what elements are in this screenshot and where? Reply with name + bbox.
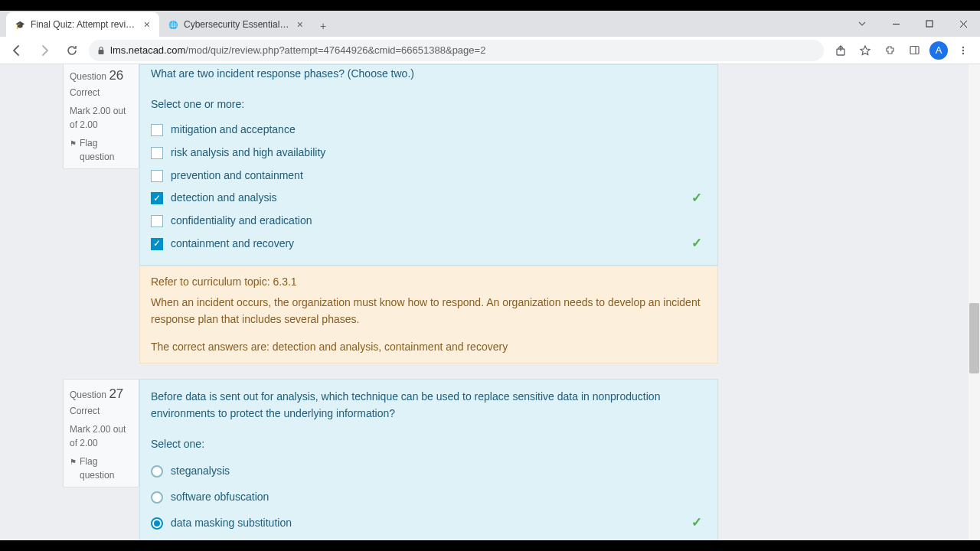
option-label: steganalysis	[171, 463, 230, 480]
page-content: Question 26 Correct Mark 2.00 out of 2.0…	[0, 64, 980, 540]
checkbox[interactable]	[151, 124, 163, 136]
svg-point-8	[962, 46, 964, 47]
menu-icon[interactable]	[952, 40, 974, 61]
question-info-panel: Question 27 Correct Mark 2.00 out of 2.0…	[63, 379, 139, 487]
extensions-icon[interactable]	[879, 40, 900, 61]
checkbox[interactable]	[151, 170, 163, 182]
answer-option: steganography	[151, 536, 707, 540]
flag-question-link[interactable]: ⚑ Flag question	[70, 455, 132, 482]
question-info-panel: Question 26 Correct Mark 2.00 out of 2.0…	[63, 64, 139, 169]
question-prompt: Before data is sent out for analysis, wh…	[151, 389, 707, 422]
question-formulation: What are two incident response phases? (…	[139, 64, 718, 266]
answer-option: confidentiality and eradication	[151, 210, 707, 233]
answer-option: prevention and containment	[151, 165, 707, 187]
question-27: Question 27 Correct Mark 2.00 out of 2.0…	[63, 379, 718, 540]
tab-title: Final Quiz: Attempt review (page	[31, 19, 138, 30]
question-mark: Mark 2.00 out of 2.00	[70, 422, 132, 450]
close-tab-icon[interactable]: ×	[296, 18, 305, 31]
option-label: detection and analysis	[171, 190, 277, 207]
correct-check-icon: ✓	[691, 513, 702, 533]
share-icon[interactable]	[830, 40, 851, 61]
radio-button[interactable]	[151, 491, 163, 504]
option-label: data masking substitution	[171, 515, 292, 532]
question-status: Correct	[70, 404, 132, 418]
tab-quiz-review[interactable]: 🎓 Final Quiz: Attempt review (page ×	[6, 12, 159, 37]
scrollbar-thumb[interactable]	[969, 303, 979, 373]
option-label: risk analysis and high availability	[171, 145, 325, 161]
lock-icon	[96, 46, 106, 55]
correct-check-icon: ✓	[691, 233, 702, 253]
close-window-button[interactable]	[946, 12, 980, 35]
question-prompt: What are two incident response phases? (…	[151, 66, 707, 83]
option-label: software obfuscation	[171, 489, 269, 506]
radio-button[interactable]	[151, 517, 163, 530]
option-label: mitigation and acceptance	[171, 122, 296, 139]
answer-option: mitigation and acceptance	[151, 119, 707, 142]
checkbox[interactable]	[151, 215, 163, 227]
svg-rect-4	[99, 50, 104, 54]
radio-button[interactable]	[151, 465, 163, 478]
question-mark: Mark 2.00 out of 2.00	[70, 104, 132, 132]
option-label: containment and recovery	[171, 236, 294, 253]
tab-title: Cybersecurity Essentials FINAL Q	[184, 19, 291, 30]
url-bar[interactable]: lms.netacad.com/mod/quiz/review.php?atte…	[89, 40, 824, 61]
address-bar: lms.netacad.com/mod/quiz/review.php?atte…	[0, 37, 980, 64]
flag-icon: ⚑	[70, 456, 77, 468]
maximize-button[interactable]	[913, 12, 946, 35]
browser-tab-strip: 🎓 Final Quiz: Attempt review (page × 🌐 C…	[0, 11, 980, 37]
answer-option: steganalysis	[151, 458, 707, 484]
answer-option: detection and analysis✓	[151, 187, 707, 210]
side-panel-icon[interactable]	[903, 40, 925, 61]
checkbox[interactable]	[151, 192, 163, 204]
svg-point-10	[962, 52, 964, 54]
answer-option: risk analysis and high availability	[151, 142, 707, 165]
question-status: Correct	[70, 86, 132, 99]
url-text: lms.netacad.com/mod/quiz/review.php?atte…	[110, 44, 485, 56]
checkbox[interactable]	[151, 147, 163, 159]
tab-cybersecurity[interactable]: 🌐 Cybersecurity Essentials FINAL Q ×	[159, 12, 312, 37]
reload-button[interactable]	[61, 40, 83, 61]
answer-option: containment and recovery✓	[151, 233, 707, 256]
select-instruction: Select one:	[151, 436, 707, 453]
favicon-generic: 🌐	[167, 18, 179, 31]
minimize-button[interactable]	[879, 12, 913, 35]
window-controls	[845, 11, 980, 37]
svg-point-9	[962, 49, 964, 51]
svg-rect-6	[910, 47, 919, 54]
checkbox[interactable]	[151, 238, 163, 250]
answer-option: data masking substitution✓	[151, 510, 707, 536]
back-button[interactable]	[6, 40, 28, 61]
flag-question-link[interactable]: ⚑ Flag question	[70, 136, 132, 164]
close-tab-icon[interactable]: ×	[142, 18, 152, 31]
correct-check-icon: ✓	[691, 188, 702, 208]
question-feedback: Refer to curriculum topic: 6.3.1 When an…	[139, 266, 718, 364]
chevron-down-icon[interactable]	[845, 12, 879, 35]
option-label: prevention and containment	[171, 168, 303, 184]
question-formulation: Before data is sent out for analysis, wh…	[139, 379, 718, 540]
profile-avatar[interactable]: A	[928, 40, 949, 61]
question-26: Question 26 Correct Mark 2.00 out of 2.0…	[63, 64, 718, 364]
bookmark-star-icon[interactable]	[854, 40, 876, 61]
forward-button[interactable]	[34, 40, 55, 61]
select-instruction: Select one or more:	[151, 96, 707, 113]
option-label: confidentiality and eradication	[171, 213, 312, 230]
vertical-scrollbar[interactable]	[969, 64, 980, 540]
svg-rect-1	[926, 21, 933, 27]
answer-option: software obfuscation	[151, 484, 707, 510]
new-tab-button[interactable]: +	[312, 15, 334, 37]
flag-icon: ⚑	[70, 138, 77, 149]
favicon-netacad: 🎓	[14, 18, 26, 31]
